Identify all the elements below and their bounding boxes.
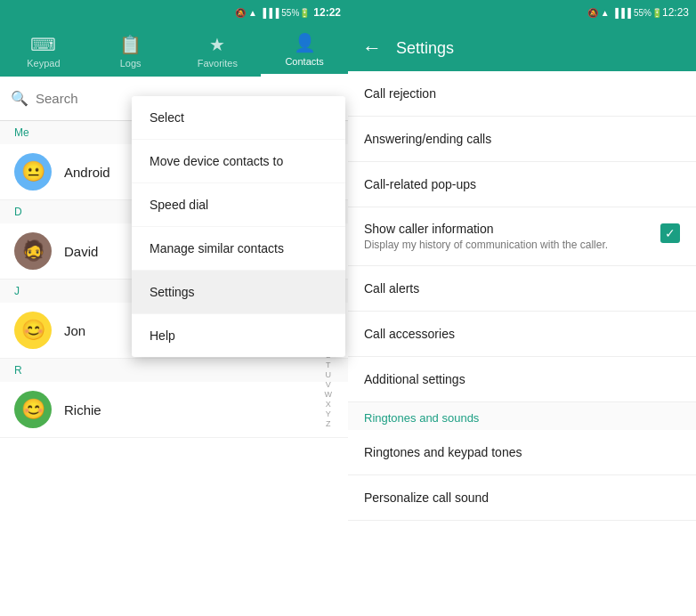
right-mute-icon: 🔕 [587,8,598,18]
left-panel: 🔕 ▲ ▐▐▐ 12:22 55%🔋 12:22 ⌨ Keypad 📋 Logs… [0,0,348,616]
search-icon: 🔍 [11,90,28,107]
tab-favorites-label: Favorites [198,58,238,69]
settings-list: Call rejection Answering/ending calls Ca… [348,71,696,616]
contact-david-name: David [64,244,98,259]
right-wifi-icon: ▲ [601,8,610,18]
avatar-david: 🧔 [14,232,52,270]
caller-info-title: Show caller information [364,222,608,236]
contact-jon-name: Jon [64,323,85,338]
right-status-icons: 🔕 ▲ ▐▐▐ 55%🔋 [587,8,662,18]
contact-richie[interactable]: 😊 Richie [0,382,348,438]
left-time: 12:22 [313,6,341,19]
settings-header: ← Settings [348,25,696,71]
contact-android-name: Android [64,165,110,180]
avatar-android: 😐 [14,153,52,190]
alpha-U[interactable]: U [326,370,332,379]
setting-answering-ending[interactable]: Answering/ending calls [348,117,696,162]
tab-logs-label: Logs [120,58,142,69]
setting-ringtones-keypad[interactable]: Ringtones and keypad tones [348,430,696,475]
tab-favorites[interactable]: ★ Favorites [174,25,262,77]
left-status-icons: 🔕 ▲ ▐▐▐ 12:22 55%🔋 [235,8,310,18]
right-panel: 🔕 ▲ ▐▐▐ 55%🔋 12:23 ← Settings Call rejec… [348,0,696,616]
alpha-Z[interactable]: Z [326,419,331,428]
setting-caller-info[interactable]: Show caller information Display my histo… [348,207,696,266]
setting-call-rejection[interactable]: Call rejection [348,71,696,117]
setting-additional[interactable]: Additional settings [348,357,696,402]
mute-icon: 🔕 [235,8,246,18]
section-ringtones-header: Ringtones and sounds [348,402,696,430]
contacts-icon: 👤 [294,32,316,53]
menu-help[interactable]: Help [132,314,345,357]
alpha-V[interactable]: V [326,380,331,389]
tab-contacts[interactable]: 👤 Contacts [261,25,348,77]
right-status-bar: 🔕 ▲ ▐▐▐ 55%🔋 12:23 [348,0,696,25]
menu-settings[interactable]: Settings [132,271,345,314]
alpha-W[interactable]: W [325,390,333,399]
left-status-bar: 🔕 ▲ ▐▐▐ 12:22 55%🔋 12:22 [0,0,348,25]
logs-icon: 📋 [119,34,142,55]
setting-personalize-call[interactable]: Personalize call sound [348,475,696,521]
battery-icon: 55%🔋 [281,8,310,18]
tab-contacts-label: Contacts [285,56,323,67]
signal-icon: ▐▐▐ [260,8,279,18]
avatar-jon: 😊 [14,312,52,349]
section-header-r: R [0,359,348,382]
menu-select[interactable]: Select [132,96,345,140]
tab-keypad-label: Keypad [27,58,60,69]
keypad-icon: ⌨ [30,34,56,55]
menu-move[interactable]: Move device contacts to [132,140,345,183]
setting-call-accessories[interactable]: Call accessories [348,312,696,357]
menu-manage-similar[interactable]: Manage similar contacts [132,227,345,271]
menu-speed-dial[interactable]: Speed dial [132,183,345,227]
setting-call-popups[interactable]: Call-related pop-ups [348,162,696,207]
right-battery-icon: 55%🔋 [634,8,662,18]
tab-logs[interactable]: 📋 Logs [87,25,174,77]
avatar-richie: 😊 [14,391,52,428]
tab-keypad[interactable]: ⌨ Keypad [0,25,87,77]
dropdown-menu: Select Move device contacts to Speed dia… [132,96,345,357]
caller-info-checkbox[interactable]: ✓ [660,223,680,243]
right-signal-icon: ▐▐▐ [612,8,631,18]
alpha-X[interactable]: X [326,400,331,409]
alpha-Y[interactable]: Y [326,409,331,418]
contact-richie-name: Richie [64,402,101,417]
favorites-icon: ★ [209,34,225,55]
alpha-T[interactable]: T [326,361,331,369]
settings-title: Settings [396,39,454,58]
back-button[interactable]: ← [362,36,382,60]
setting-call-alerts[interactable]: Call alerts [348,266,696,312]
caller-info-subtitle: Display my history of communication with… [364,239,608,251]
tab-bar: ⌨ Keypad 📋 Logs ★ Favorites 👤 Contacts [0,25,348,77]
right-time: 12:23 [662,6,689,19]
wifi-icon: ▲ [248,8,257,18]
